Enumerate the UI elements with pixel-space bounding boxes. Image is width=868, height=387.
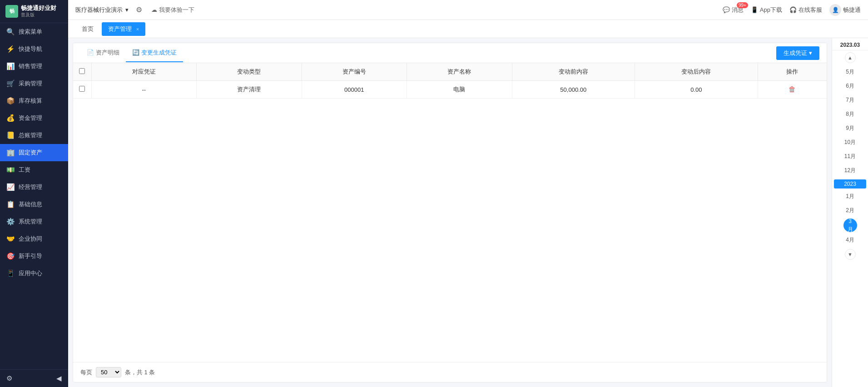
sidebar-item-search[interactable]: 🔍 搜索菜单 [0,23,68,40]
funds-icon: 💰 [6,114,15,122]
generate-btn-label: 生成凭证 [784,49,807,57]
basic-info-label: 基础信息 [19,200,42,208]
operations-icon: 📈 [6,183,15,191]
salary-icon: 💵 [6,166,15,174]
sidebar-item-basic-info[interactable]: 📋 基础信息 [0,196,68,213]
calendar-month-5[interactable]: 5月 [834,65,866,79]
calendar-month-6[interactable]: 6月 [834,79,866,93]
app-download-btn[interactable]: 📱 App下载 [751,6,782,14]
sub-tabbar: 📄 资产明细 🔄 变更生成凭证 生成凭证 ▾ [73,43,827,63]
tabbar: 首页 资产管理 × [68,20,868,38]
row-before: 50,000.00 [512,81,635,99]
sidebar-item-enterprise[interactable]: 🤝 企业协同 [0,230,68,248]
purchase-icon: 🛒 [6,79,15,88]
quick-nav-icon: ⚡ [6,45,15,53]
sidebar-item-sales[interactable]: 📊 销售管理 [0,58,68,75]
app-subtitle: 普及版 [21,12,56,18]
sub-tab-asset-detail[interactable]: 📄 资产明细 [80,44,126,62]
tab-close-icon[interactable]: × [136,26,139,32]
asset-detail-icon: 📄 [87,49,94,56]
sidebar-footer: ⚙ ◀ [0,369,68,387]
sidebar-item-guide[interactable]: 🎯 新手引导 [0,248,68,265]
sidebar-item-salary[interactable]: 💵 工资 [0,161,68,179]
tab-asset-management[interactable]: 资产管理 × [102,22,145,36]
calendar-header: 2023.03 [832,38,868,50]
inventory-label: 库存核算 [19,97,42,105]
user-menu[interactable]: 👤 畅捷通 [829,4,861,16]
generate-voucher-button[interactable]: 生成凭证 ▾ [776,46,819,60]
total-text: 条，共 1 条 [125,368,155,377]
sidebar-item-inventory[interactable]: 📦 库存核算 [0,92,68,109]
calendar-down-btn[interactable]: ▼ [845,249,856,260]
tab-active-label: 资产管理 [108,25,132,32]
fixed-assets-icon: 🏢 [6,149,15,157]
collapse-icon[interactable]: ◀ [56,374,62,382]
row-change-type: 资产清理 [197,81,302,99]
service-icon: 🎧 [789,6,797,13]
fixed-assets-label: 固定资产 [19,149,42,157]
salary-label: 工资 [19,166,30,174]
sidebar-item-app-center[interactable]: 📱 应用中心 [0,265,68,282]
experience-text: 我要体验一下 [159,6,194,14]
sidebar-menu: 🔍 搜索菜单 ⚡ 快捷导航 📊 销售管理 🛒 采购管理 📦 库存核算 💰 资金管… [0,23,68,369]
calendar-month-10[interactable]: 10月 [834,136,866,149]
quick-nav-label: 快捷导航 [19,45,42,53]
cloud-icon: ☁ [151,6,157,13]
table-header-asset-name: 资产名称 [407,63,512,81]
delete-icon[interactable]: 🗑 [789,85,796,93]
per-page-label: 每页 [80,368,92,377]
enterprise-icon: 🤝 [6,235,15,243]
calendar-month-8[interactable]: 8月 [834,108,866,121]
operations-label: 经营管理 [19,183,42,191]
calendar-month-11[interactable]: 11月 [834,150,866,163]
calendar-month-9[interactable]: 9月 [834,122,866,135]
enterprise-label: 企业协同 [19,235,42,243]
search-icon: 🔍 [6,28,15,36]
experience-btn[interactable]: ☁ 我要体验一下 [151,6,194,14]
calendar-up-btn[interactable]: ▲ [845,52,856,63]
calendar-month-1[interactable]: 1月 [834,190,866,203]
topbar-right: 💬 消息 99+ 📱 App下载 🎧 在线客服 👤 畅捷通 [723,4,861,16]
tab-home[interactable]: 首页 [75,22,100,36]
sub-tab-generate-voucher[interactable]: 🔄 变更生成凭证 [126,44,183,62]
sales-icon: 📊 [6,62,15,70]
calendar-year-badge[interactable]: 2023 [834,179,866,189]
calendar-month-2[interactable]: 2月 [834,204,866,217]
table-header-change-type: 变动类型 [197,63,302,81]
calendar-month-4[interactable]: 4月 [834,233,866,247]
settings-icon[interactable]: ⚙ [6,374,12,382]
inventory-icon: 📦 [6,97,15,105]
per-page-select[interactable]: 50 10 20 100 [96,367,121,377]
ledger-label: 总账管理 [19,131,42,139]
sidebar-item-operations[interactable]: 📈 经营管理 [0,179,68,196]
sidebar-item-ledger[interactable]: 📒 总账管理 [0,127,68,144]
sidebar-item-quick-nav[interactable]: ⚡ 快捷导航 [0,40,68,58]
generate-voucher-icon: 🔄 [132,49,139,56]
table-header-voucher: 对应凭证 [91,63,197,81]
sidebar-item-system[interactable]: ⚙️ 系统管理 [0,213,68,230]
data-table: 对应凭证 变动类型 资产编号 资产名称 变动前内容 变动后内容 操作 [73,63,827,99]
message-badge: 99+ [737,2,748,8]
select-all-checkbox[interactable] [79,68,85,74]
tab-home-label: 首页 [82,25,94,32]
table-header-asset-no: 资产编号 [302,63,407,81]
calendar-month-3[interactable]: 3月 [843,218,857,232]
sidebar-item-funds[interactable]: 💰 资金管理 [0,109,68,127]
funds-label: 资金管理 [19,114,42,122]
system-label: 系统管理 [19,218,42,226]
topbar-settings-icon[interactable]: ⚙ [136,5,142,14]
basic-info-icon: 📋 [6,200,15,208]
calendar-month-7[interactable]: 7月 [834,94,866,107]
customer-service-btn[interactable]: 🎧 在线客服 [789,6,822,14]
message-icon: 💬 [723,6,730,13]
app-icon: 📱 [751,6,758,13]
calendar-month-12[interactable]: 12月 [834,164,866,177]
purchase-label: 采购管理 [19,79,42,88]
row-checkbox[interactable] [79,86,85,92]
row-after: 0.00 [635,81,758,99]
message-btn[interactable]: 💬 消息 99+ [723,6,744,14]
sidebar-logo: 畅 畅捷通好业财 普及版 [0,0,68,23]
sidebar-item-fixed-assets[interactable]: 🏢 固定资产 [0,144,68,161]
sidebar-item-purchase[interactable]: 🛒 采购管理 [0,75,68,92]
company-selector[interactable]: 医疗器械行业演示 ▾ [75,6,129,14]
